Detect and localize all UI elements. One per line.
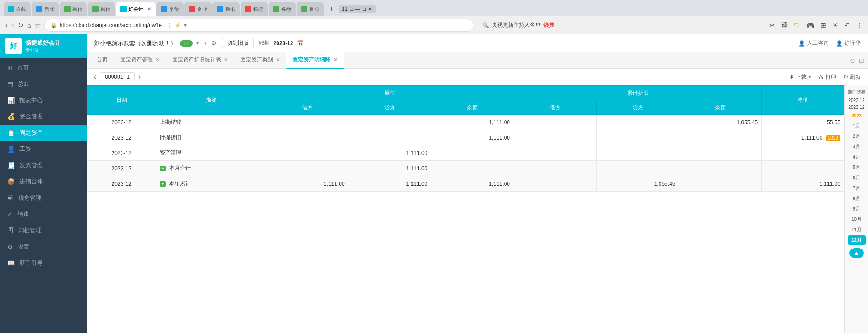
- download-button[interactable]: ⬇ 下载 ▾: [789, 73, 811, 81]
- browser-tab-6[interactable]: 个税: [156, 2, 184, 16]
- calendar-icon[interactable]: 📅: [297, 40, 304, 47]
- back-button[interactable]: ‹: [5, 21, 8, 29]
- search-text: 央视更新主持人名单: [492, 21, 541, 29]
- month-item-2[interactable]: 2月: [848, 131, 866, 141]
- tab-category[interactable]: 固定资产类别 ✕: [234, 52, 286, 69]
- browser-tab-10[interactable]: 各地: [269, 2, 296, 16]
- sidebar-item-inventory[interactable]: 📦 进销台账: [0, 174, 87, 190]
- sidebar-item-fund[interactable]: 💰 资金管理: [0, 108, 87, 125]
- lightning-icon[interactable]: ⚡: [175, 22, 181, 28]
- forward-button[interactable]: ›: [11, 21, 14, 29]
- action-buttons: ⬇ 下载 ▾ 🖨 打印 ↻ 刷新: [789, 73, 861, 81]
- browser-tab-2[interactable]: 新版: [32, 2, 59, 16]
- tab-label: 企业: [197, 6, 207, 13]
- month-item-1[interactable]: 1月: [848, 121, 866, 131]
- more-icon[interactable]: ⋮: [856, 22, 863, 29]
- account-name: 刘小艳演示账套（勿删勿动！）: [94, 39, 176, 47]
- tab-depreciation-close[interactable]: ✕: [224, 57, 228, 63]
- sidebar-item-archive[interactable]: 🗄 归档管理: [0, 222, 87, 239]
- account-dropdown-icon[interactable]: ▾: [196, 40, 199, 47]
- download-dropdown-icon[interactable]: ▾: [808, 74, 811, 80]
- browser-tab-9[interactable]: 畅捷: [241, 2, 268, 16]
- month-item-11[interactable]: 11月: [848, 225, 866, 235]
- shield-icon[interactable]: 🛡: [794, 22, 800, 29]
- cell-accum-debit: [514, 161, 597, 176]
- tab-home[interactable]: 首页: [90, 52, 114, 69]
- col-accum-debit: 借方: [514, 101, 597, 115]
- browser-tab-3[interactable]: 易代: [60, 2, 87, 16]
- period-year-from: 2023.12: [848, 98, 864, 103]
- tab-category-close[interactable]: ✕: [276, 57, 280, 63]
- new-tab-button[interactable]: +: [325, 5, 339, 14]
- sidebar-item-settings[interactable]: ⚙ 设置: [0, 239, 87, 255]
- cut-icon[interactable]: ✂: [769, 22, 775, 29]
- tab-depreciation[interactable]: 固定资产折旧统计表 ✕: [166, 52, 234, 69]
- month-item-9[interactable]: 9月: [848, 204, 866, 214]
- sun-icon[interactable]: ☀: [832, 22, 838, 29]
- sidebar-item-home[interactable]: ⊞ 首页: [0, 60, 87, 76]
- month-item-4[interactable]: 4月: [848, 152, 866, 162]
- month-item-6[interactable]: 6月: [848, 173, 866, 183]
- tab-bar: 在线 新版 易代 易代 好会计 ✕ 个税 企业: [0, 0, 868, 16]
- grid-icon[interactable]: ⊞: [821, 22, 826, 29]
- sidebar-item-fixed-asset[interactable]: 📋 固定资产: [0, 125, 87, 141]
- user-info[interactable]: 👤 徐译华: [836, 39, 861, 47]
- history-icon[interactable]: ↶: [844, 22, 850, 29]
- cell-accum-balance: [679, 161, 762, 176]
- help-button[interactable]: 👤 人工咨询: [798, 39, 829, 47]
- browser-tab-7[interactable]: 企业: [184, 2, 212, 16]
- reload-button[interactable]: ↻: [18, 21, 24, 29]
- ledger-icon: ▤: [7, 80, 13, 88]
- month-item-10[interactable]: 10月: [848, 215, 866, 224]
- tab-fixed-mgmt-close[interactable]: ✕: [156, 57, 160, 63]
- add-account-button[interactable]: +: [203, 39, 207, 47]
- table-with-panel: 日期 摘要 原值 累计折旧 净值 借方 贷方 余额 借方: [87, 85, 868, 333]
- tab-detail-close[interactable]: ✕: [333, 57, 337, 63]
- translate-icon[interactable]: 译: [781, 21, 788, 29]
- bookmark-button[interactable]: ☆: [35, 21, 41, 29]
- month-item-12-active[interactable]: 12月: [848, 235, 866, 245]
- month-item-8[interactable]: 8月: [848, 194, 866, 203]
- next-record-button[interactable]: ›: [138, 73, 141, 81]
- month-item-3[interactable]: 3月: [848, 142, 866, 151]
- browser-tab-5-active[interactable]: 好会计 ✕: [116, 2, 156, 16]
- browser-tab-11[interactable]: 目前: [297, 2, 324, 16]
- cell-orig-balance: 1,111.00: [431, 130, 514, 145]
- sidebar-item-invoice[interactable]: 🧾 发票管理: [0, 157, 87, 174]
- prev-record-button[interactable]: ‹: [94, 73, 96, 81]
- tab-fixed-mgmt[interactable]: 固定资产管理 ✕: [114, 52, 166, 69]
- settings-account-icon[interactable]: ⚙: [211, 40, 217, 47]
- app-header: 刘小艳演示账套（勿删勿动！） 11 ▾ + ⚙ 切到旧版 账期 2023-12 …: [87, 34, 868, 52]
- dropdown-icon[interactable]: ▾: [184, 22, 187, 28]
- tab-detail-active[interactable]: 固定资产明细账 ✕: [286, 52, 344, 69]
- col-summary: 摘要: [156, 86, 266, 115]
- sidebar-item-ledger[interactable]: ▤ 总账: [0, 76, 87, 92]
- refresh-button[interactable]: ↻ 刷新: [844, 73, 861, 81]
- sidebar-item-payroll[interactable]: 👤 工资: [0, 141, 87, 157]
- month-item-5[interactable]: 5月: [848, 163, 866, 172]
- print-button[interactable]: 🖨 打印: [818, 73, 836, 81]
- game-icon[interactable]: 🎮: [807, 22, 814, 29]
- tab-fixed-mgmt-label: 固定资产管理: [120, 56, 153, 64]
- browser-tab-8[interactable]: 腾讯: [212, 2, 240, 16]
- switch-version-button[interactable]: 切到旧版: [222, 38, 254, 48]
- browser-tab-1[interactable]: 在线: [4, 2, 31, 16]
- sidebar-item-report[interactable]: 📊 报表中心: [0, 92, 87, 108]
- menu-icon[interactable]: ⋮: [166, 22, 172, 28]
- home-button[interactable]: ⌂: [27, 21, 31, 29]
- sidebar-item-guide[interactable]: 📖 新手引导: [0, 255, 87, 271]
- month-item-7[interactable]: 7月: [848, 183, 866, 193]
- minimize-window-icon[interactable]: ⊖: [850, 57, 855, 64]
- sidebar-label: 设置: [18, 243, 29, 251]
- sidebar-title-block: 畅捷通好会计 专业版: [25, 39, 61, 53]
- tab-label: 个税: [169, 6, 179, 13]
- maximize-window-icon[interactable]: ⊡: [859, 57, 864, 64]
- cell-orig-credit: [349, 115, 431, 130]
- sidebar-item-tax[interactable]: 🏛 税务管理: [0, 190, 87, 206]
- scroll-up-button[interactable]: ▲: [849, 248, 864, 258]
- browser-tab-4[interactable]: 易代: [88, 2, 115, 16]
- sidebar-item-closing[interactable]: ✓ 结账: [0, 206, 87, 222]
- url-bar[interactable]: 🔒 https://cloud.chanjet.com/accounting/u…: [44, 19, 474, 32]
- cell-net-value: 1,111.00 2023: [762, 130, 844, 145]
- tab-close-icon[interactable]: ✕: [147, 6, 151, 12]
